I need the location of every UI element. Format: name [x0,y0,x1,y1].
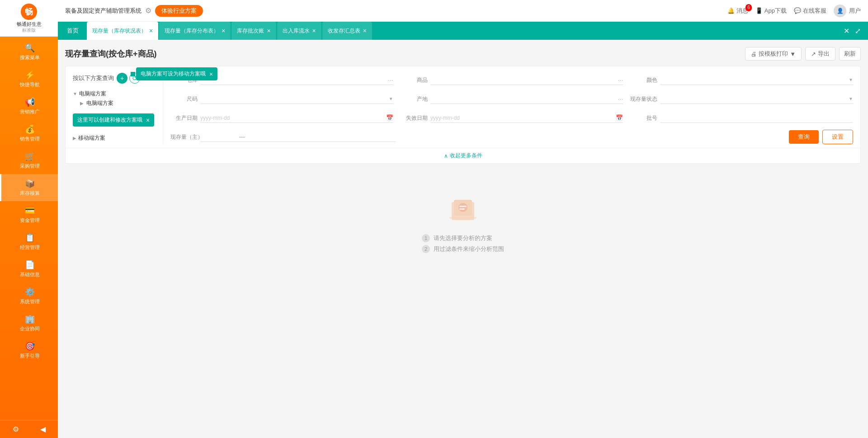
scheme-group-desktop-label: 电脑端方案 [79,90,106,98]
tab-close-in-out-flow[interactable]: × [312,27,316,34]
stock-main-input-wrap: — [200,132,396,142]
print-template-button[interactable]: 🖨 按模板打印 ▼ [745,47,802,61]
user-avatar: 👤 [834,5,846,17]
scheme-group-desktop-header[interactable]: ▼ 电脑端方案 [73,88,157,99]
tab-close-inventory-dist[interactable]: × [222,27,225,34]
enterprise-icon: 🏢 [25,314,35,324]
tab-inventory-status[interactable]: 现存量（库存状况表） × [87,22,158,40]
goods-input-wrap: ··· [430,75,623,85]
collapse-label: 收起更多条件 [450,152,482,160]
field-stock-status: 现存量状态 ▼ [630,92,853,106]
top-header: 装备及固定资产辅助管理系统 ⚙ 体验行业方案 🔔 消息 6 📱 App下载 💬 … [58,0,868,22]
sidebar-item-sales[interactable]: 💰 销售管理 [0,120,58,147]
sidebar-item-label: 搜索菜单 [20,54,40,61]
search-row-2: 尺码 ▼ 产地 ··· [170,92,853,106]
tab-home[interactable]: 首页 [60,22,86,40]
color-dropdown-icon[interactable]: ▼ [847,77,853,82]
field-size: 尺码 ▼ [170,92,393,106]
origin-input[interactable] [430,94,618,104]
app-download-button[interactable]: 📱 App下载 [755,7,787,15]
refresh-button[interactable]: 刷新 [839,47,861,61]
sidebar-item-purchase[interactable]: 🛒 采购管理 [0,147,58,174]
sidebar-item-inventory[interactable]: 📦 库存核算 [0,174,58,201]
tip-text-2: 用过滤条件来缩小分析范围 [434,245,504,253]
produce-date-calendar-icon[interactable]: 📅 [386,114,393,121]
sidebar-item-basic-info[interactable]: 📄 基础信息 [0,255,58,283]
tab-bar-right: ✕ ⤢ [842,25,866,37]
operation-icon: 📋 [25,233,35,243]
inventory-icon: 📦 [25,179,35,188]
tab-receive-summary[interactable]: 收发存汇总表 × [322,22,372,40]
tab-expand-button[interactable]: ⤢ [853,25,863,37]
tab-close-inventory-status[interactable]: × [149,27,153,34]
search-area: 按以下方案查询 + ↺ « 电脑方案可设为移动方案哦 [65,66,861,164]
svg-point-2 [458,203,467,212]
sidebar-item-marketing[interactable]: 📢 营销推广 [0,93,58,120]
warehouse-input[interactable] [200,75,388,85]
tooltip-create-close[interactable]: × [146,117,150,124]
tab-batch-ledger[interactable]: 库存批次账 × [231,22,276,40]
tab-close-all-button[interactable]: ✕ [842,25,851,37]
goods-input[interactable] [430,75,618,85]
scheme-group-mobile-header[interactable]: ▶ 移动端方案 [73,132,157,144]
sidebar-item-quick-nav[interactable]: ⚡ 快捷导航 [0,66,58,93]
origin-more-icon[interactable]: ··· [618,95,623,103]
settings-button[interactable]: ⚙ [13,425,19,433]
tab-close-receive-summary[interactable]: × [363,27,367,34]
field-origin: 产地 ··· [401,92,623,106]
gear-icon[interactable]: ⚙ [145,6,151,15]
tab-bar: 首页 现存量（库存状况表） × 现存量（库存分布表） × 库存批次账 × 出入库… [58,22,868,40]
sidebar-item-system[interactable]: ⚙️ 系统管理 [0,283,58,310]
expire-date-calendar-icon[interactable]: 📅 [616,114,623,121]
sidebar-item-operation[interactable]: 📋 经营管理 [0,228,58,255]
color-input-wrap: ▼ [660,75,853,85]
add-scheme-button[interactable]: + [117,73,127,84]
collapse-row[interactable]: ∧ 收起更多条件 [66,148,860,163]
message-button[interactable]: 🔔 消息 6 [727,7,748,15]
tooltip-scheme-close[interactable]: × [209,71,213,78]
stock-status-label: 现存量状态 [630,95,657,103]
size-dropdown-icon[interactable]: ▼ [387,96,393,101]
field-expire-date: 失效日期 📅 [401,111,623,125]
export-button[interactable]: ↗ 导出 [805,47,835,61]
scheme-arrow-icon: ▼ [73,91,77,96]
sidebar-item-finance[interactable]: 💳 资金管理 [0,201,58,228]
sidebar-footer: ⚙ ◀ [0,420,58,438]
scheme-list: ▼ 电脑端方案 ▶ 电脑端方案 [73,88,157,110]
page-actions: 🖨 按模板打印 ▼ ↗ 导出 刷新 [745,47,861,61]
sidebar-item-label: 新手引导 [20,353,40,359]
guide-icon: 🎯 [25,341,35,351]
phone-icon: 📱 [755,7,763,14]
user-menu-button[interactable]: 👤 用户 [834,5,861,17]
sales-icon: 💰 [25,124,35,134]
color-input[interactable] [660,75,847,85]
collapse-sidebar-button[interactable]: ◀ [40,425,46,433]
warehouse-more-icon[interactable]: ··· [388,76,393,84]
tab-inventory-dist[interactable]: 现存量（库存分布表） × [159,22,231,40]
scheme-item-desktop[interactable]: ▶ 电脑端方案 [73,99,157,110]
stock-status-dropdown-icon[interactable]: ▼ [847,96,853,101]
sidebar-item-enterprise[interactable]: 🏢 企业协同 [0,310,58,337]
produce-date-input[interactable] [200,113,385,122]
sidebar-item-guide[interactable]: 🎯 新手引导 [0,337,58,364]
sidebar: 畅 畅通好生意 标准版 🔍 搜索菜单 ⚡ 快捷导航 📢 营销推广 💰 销售管理 … [0,0,58,438]
search-buttons: 查询 设置 [403,130,853,144]
goods-more-icon[interactable]: ··· [618,76,623,84]
finance-icon: 💳 [25,206,35,216]
set-button[interactable]: 设置 [822,130,853,144]
expire-date-input[interactable] [430,113,615,122]
stock-main-to[interactable] [248,132,284,141]
experience-button[interactable]: 体验行业方案 [155,5,203,17]
search-button[interactable]: 查询 [789,130,819,144]
size-input[interactable] [200,94,387,104]
batch-input[interactable] [660,113,853,122]
color-label: 颜色 [630,76,657,84]
goods-label: 商品 [401,76,428,84]
tab-in-out-flow[interactable]: 出入库流水 × [277,22,321,40]
stock-status-input[interactable] [660,94,847,104]
stock-main-separator: — [239,133,245,140]
stock-main-from[interactable] [200,132,236,141]
sidebar-item-search-menu[interactable]: 🔍 搜索菜单 [0,38,58,66]
tab-close-batch-ledger[interactable]: × [267,27,270,34]
online-service-button[interactable]: 💬 在线客服 [794,7,826,15]
